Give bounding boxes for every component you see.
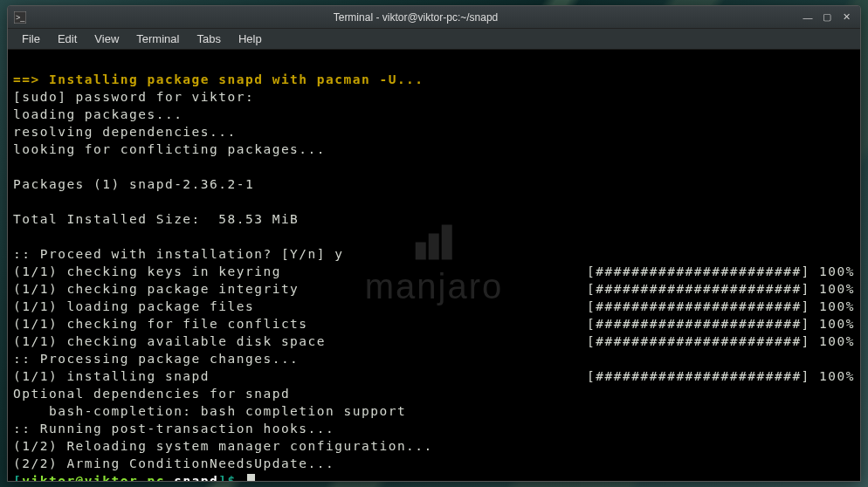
menu-view[interactable]: View — [86, 31, 127, 47]
terminal-window: >_ Terminal - viktor@viktor-pc:~/snapd —… — [7, 5, 861, 482]
line-size: Total Installed Size: 58.53 MiB — [13, 212, 299, 226]
line-hook2: (2/2) Arming ConditionNeedsUpdate... — [13, 456, 334, 470]
titlebar[interactable]: >_ Terminal - viktor@viktor-pc:~/snapd —… — [8, 6, 860, 29]
progress-row: (1/1) checking available disk space[####… — [13, 333, 855, 350]
minimize-button[interactable]: — — [799, 10, 816, 24]
menu-help[interactable]: Help — [230, 31, 271, 47]
line-hooks: :: Running post-transaction hooks... — [13, 422, 334, 436]
prompt[interactable]: [viktor@viktor-pc snapd]$ — [13, 472, 855, 481]
menu-file[interactable]: File — [13, 31, 49, 47]
terminal-output: ==> Installing package snapd with pacman… — [8, 50, 860, 481]
line-loading: loading packages... — [13, 107, 183, 121]
cursor — [247, 474, 255, 482]
menu-tabs[interactable]: Tabs — [188, 31, 229, 47]
line-bashcomp: bash-completion: bash completion support — [13, 404, 406, 418]
line-proceed: :: Proceed with installation? [Y/n] y — [13, 247, 344, 261]
progress-row: (1/1) checking keys in keyring[#########… — [13, 263, 855, 280]
window-controls: — ▢ ✕ — [799, 10, 855, 24]
line-hook1: (1/2) Reloading system manager configura… — [13, 439, 433, 453]
menu-terminal[interactable]: Terminal — [127, 31, 188, 47]
sudo-prompt: [sudo] password for viktor: — [13, 90, 263, 104]
close-button[interactable]: ✕ — [837, 10, 855, 24]
prompt-dir: snapd — [165, 472, 218, 481]
line-resolving: resolving dependencies... — [13, 125, 237, 139]
progress-row: (1/1) checking for file conflicts[######… — [13, 315, 855, 333]
menu-edit[interactable]: Edit — [49, 31, 86, 47]
progress-row: (1/1) loading package files[############… — [13, 298, 855, 315]
svg-text:>_: >_ — [16, 13, 25, 22]
terminal-icon: >_ — [13, 10, 27, 24]
progress-row: (1/1) checking package integrity[#######… — [13, 280, 855, 298]
terminal-body[interactable]: manjaro ==> Installing package snapd wit… — [8, 50, 860, 481]
prompt-user: viktor@viktor-pc — [22, 472, 165, 481]
maximize-button[interactable]: ▢ — [818, 10, 836, 24]
line-conflicts: looking for conflicting packages... — [13, 142, 326, 156]
line-optdeps: Optional dependencies for snapd — [13, 387, 290, 401]
progress-row: (1/1) installing snapd[#################… — [13, 367, 855, 385]
line-processing: :: Processing package changes... — [13, 352, 299, 366]
window-title: Terminal - viktor@viktor-pc:~/snapd — [32, 11, 799, 24]
menubar: File Edit View Terminal Tabs Help — [8, 29, 860, 50]
line-packages: Packages (1) snapd-2.36.2-1 — [13, 177, 254, 191]
install-header: ==> Installing package snapd with pacman… — [13, 72, 424, 86]
